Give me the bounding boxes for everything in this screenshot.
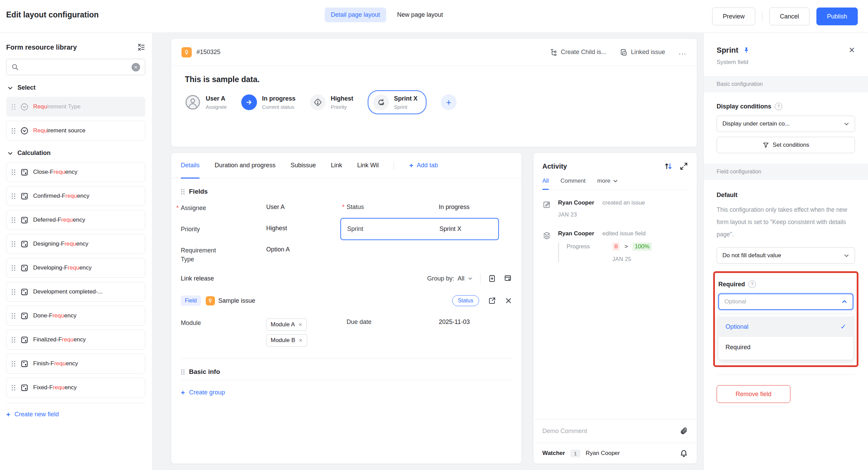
field-item-label: Requirement source bbox=[33, 127, 85, 134]
watcher-count-badge: 1 bbox=[570, 449, 580, 457]
field-config-panel: Sprint ✕ System field Basic configuratio… bbox=[703, 33, 868, 470]
drag-handle-icon bbox=[11, 384, 16, 391]
activity-user[interactable]: Ryan Cooper bbox=[558, 199, 594, 206]
help-icon[interactable]: ? bbox=[748, 280, 756, 288]
remove-link-icon[interactable] bbox=[505, 297, 512, 304]
plus-icon: + bbox=[181, 389, 185, 396]
more-actions-icon[interactable]: ... bbox=[679, 48, 687, 56]
sprint-field-value[interactable]: Sprint X bbox=[439, 225, 461, 233]
chevron-down-icon bbox=[468, 276, 473, 281]
watcher-name[interactable]: Ryan Cooper bbox=[586, 450, 620, 457]
status-chip[interactable]: In progress Current status bbox=[241, 94, 296, 110]
display-conditions-label: Display conditions bbox=[717, 103, 771, 110]
module-tag[interactable]: Module A✕ bbox=[266, 318, 307, 331]
sort-order-icon[interactable] bbox=[664, 162, 673, 171]
clear-search-icon[interactable]: ✕ bbox=[132, 63, 140, 71]
field-item-done-frequency[interactable]: Done-Frequency bbox=[6, 306, 145, 326]
chevron-down-icon bbox=[613, 179, 618, 183]
divider bbox=[6, 403, 145, 403]
remove-tag-icon[interactable]: ✕ bbox=[299, 338, 303, 343]
collapse-sections-icon[interactable] bbox=[137, 43, 145, 51]
activity-item: Ryan Cooperedited issue field Progress 0… bbox=[542, 230, 688, 262]
expand-panel-icon[interactable] bbox=[680, 162, 688, 170]
option-required[interactable]: Required bbox=[719, 337, 853, 357]
top-bar: Edit layout configuration Detail page la… bbox=[0, 0, 868, 33]
comment-input[interactable]: Demo Comment bbox=[533, 419, 697, 443]
search-input[interactable] bbox=[22, 64, 128, 70]
remove-field-button[interactable]: Remove field bbox=[717, 385, 790, 403]
activity-date: JAN 23 bbox=[558, 212, 645, 218]
create-child-issue-button[interactable]: Create Child is... bbox=[550, 49, 606, 56]
chevron-down-icon bbox=[844, 253, 849, 258]
tab-new-page-layout[interactable]: New page layout bbox=[391, 8, 449, 22]
option-optional[interactable]: Optional ✓ bbox=[719, 316, 853, 337]
field-item-confirmed-frequency[interactable]: Confirmed-Frequency bbox=[6, 186, 145, 206]
field-item-close-frequency[interactable]: Close-Frequency bbox=[6, 162, 145, 182]
create-new-field-button[interactable]: + Create new field bbox=[6, 411, 145, 418]
add-field-chip-button[interactable]: + bbox=[441, 94, 457, 110]
field-item-requirement-source[interactable]: Requirement source bbox=[6, 121, 145, 141]
field-item-fixed-frequency[interactable]: Fixed-Frequency bbox=[6, 378, 145, 397]
assignee-chip[interactable]: User A Assignee bbox=[185, 94, 227, 110]
tab-link-wil[interactable]: Link Wil bbox=[357, 153, 379, 178]
group-by-dropdown[interactable]: Group by: All bbox=[427, 275, 473, 282]
basic-info-group-header[interactable]: Basic info bbox=[171, 358, 521, 378]
section-calculation[interactable]: Calculation bbox=[8, 149, 145, 157]
display-conditions-select[interactable]: Display under certain co... bbox=[717, 116, 855, 132]
field-item-finish-frequency[interactable]: Finish-Frequency bbox=[6, 354, 145, 374]
create-group-button[interactable]: + Create group bbox=[181, 389, 512, 396]
publish-button[interactable]: Publish bbox=[816, 8, 858, 25]
tab-duration-progress[interactable]: Duration and progress bbox=[215, 153, 275, 178]
priority-field-value[interactable]: Highest bbox=[266, 225, 347, 232]
filter-icon bbox=[762, 142, 769, 148]
field-item-finalized-frequency[interactable]: Finalized-Frequency bbox=[6, 330, 145, 350]
status-pill-button[interactable]: Status bbox=[452, 295, 479, 306]
module-tag[interactable]: Module B✕ bbox=[266, 334, 307, 347]
required-mark: * bbox=[342, 204, 344, 211]
status-field-value[interactable]: In progress bbox=[439, 204, 470, 211]
close-panel-icon[interactable]: ✕ bbox=[849, 46, 855, 55]
activity-tab-comment[interactable]: Comment bbox=[560, 178, 586, 190]
sprint-chip[interactable]: Sprint X Sprint bbox=[368, 90, 426, 114]
linked-sample-issue-row[interactable]: Field Sample issue Status bbox=[171, 284, 521, 306]
sprint-field-highlight[interactable]: Sprint Sprint X bbox=[340, 218, 499, 240]
bell-icon[interactable] bbox=[680, 449, 688, 457]
requirement-type-field-value[interactable]: Option A bbox=[266, 246, 347, 253]
calculation-field-icon bbox=[20, 264, 29, 272]
activity-user[interactable]: Ryan Cooper bbox=[558, 230, 594, 237]
due-date-field-value[interactable]: 2025-11-03 bbox=[439, 318, 470, 326]
field-item-developing-frequency[interactable]: Developing-Frequency bbox=[6, 258, 145, 278]
assignee-field-value[interactable]: User A bbox=[266, 204, 347, 211]
field-item-deferred-frequency[interactable]: Deferred-Frequency bbox=[6, 210, 145, 230]
open-in-new-icon[interactable] bbox=[488, 297, 496, 305]
fields-group-header[interactable]: Fields bbox=[171, 178, 521, 197]
search-box[interactable]: ✕ bbox=[6, 59, 145, 75]
tab-subissue[interactable]: Subissue bbox=[290, 153, 316, 178]
add-tab-button[interactable]: + Add tab bbox=[409, 162, 438, 169]
field-item-development-completed[interactable]: Development completed-... bbox=[6, 282, 145, 302]
view-settings-icon[interactable] bbox=[504, 274, 512, 283]
tab-link[interactable]: Link bbox=[331, 153, 342, 178]
tab-details[interactable]: Details bbox=[181, 153, 200, 178]
activity-tab-more[interactable]: more bbox=[597, 178, 618, 190]
preview-button[interactable]: Preview bbox=[712, 8, 755, 25]
help-icon[interactable]: ? bbox=[775, 103, 782, 110]
linked-issue-button[interactable]: Linked issue bbox=[620, 49, 665, 56]
field-item-label: Requirement Type bbox=[33, 103, 81, 110]
cancel-button[interactable]: Cancel bbox=[769, 8, 810, 25]
remove-tag-icon[interactable]: ✕ bbox=[298, 322, 302, 327]
field-item-designing-frequency[interactable]: Designing-Frequency bbox=[6, 234, 145, 254]
tab-detail-page-layout[interactable]: Detail page layout bbox=[325, 8, 386, 22]
required-mark: * bbox=[176, 204, 179, 212]
pin-icon[interactable] bbox=[743, 47, 750, 54]
activity-tab-all[interactable]: All bbox=[542, 178, 549, 190]
set-conditions-button[interactable]: Set conditions bbox=[717, 137, 855, 153]
calculation-field-icon bbox=[20, 312, 29, 320]
priority-chip[interactable]: Highest Priority bbox=[310, 94, 353, 110]
issue-title: This is sample data. bbox=[185, 75, 683, 84]
default-value-select[interactable]: Do not fill default value bbox=[717, 247, 855, 264]
required-select[interactable]: Optional bbox=[718, 293, 853, 310]
attachment-icon[interactable] bbox=[680, 427, 688, 435]
section-select[interactable]: Select bbox=[8, 84, 145, 91]
add-linked-item-icon[interactable] bbox=[488, 274, 496, 283]
